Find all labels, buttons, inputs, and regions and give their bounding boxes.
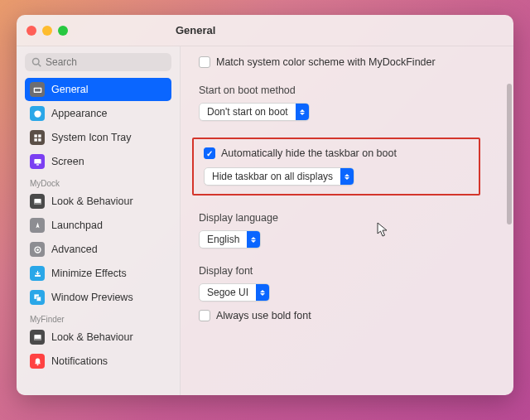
highlight-box: Automatically hide the taskbar on boot H…	[192, 138, 480, 196]
appearance-icon	[30, 106, 45, 121]
svg-point-20	[36, 364, 38, 365]
sidebar-nav: GeneralAppearanceSystem Icon TrayScreenM…	[25, 78, 171, 374]
auto-hide-label: Automatically hide the taskbar on boot	[221, 147, 397, 159]
svg-rect-3	[35, 89, 41, 91]
sidebar-item-minimize-effects[interactable]: Minimize Effects	[25, 262, 171, 285]
svg-rect-17	[36, 297, 41, 302]
section-color-scheme: Match system color scheme with MyDockFin…	[199, 56, 505, 68]
sidebar-item-label: Notifications	[51, 355, 108, 367]
windows-icon	[30, 290, 45, 305]
sidebar-item-system-icon-tray[interactable]: System Icon Tray	[25, 126, 171, 149]
auto-hide-checkbox[interactable]	[204, 147, 215, 159]
gear-icon	[30, 82, 45, 97]
sidebar-group-label: MyDock	[25, 174, 171, 190]
display-language-label: Display language	[199, 212, 505, 224]
minimize-button[interactable]	[42, 26, 52, 36]
search-input[interactable]	[46, 56, 165, 68]
sidebar-item-label: Look & Behaviour	[51, 331, 133, 343]
search-icon	[31, 57, 41, 67]
sidebar-item-label: Minimize Effects	[51, 268, 127, 279]
svg-rect-12	[34, 202, 41, 204]
screen-icon	[30, 154, 45, 169]
auto-hide-mode-select[interactable]: Hide taskbar on all displays	[204, 167, 354, 186]
bell-icon	[30, 354, 45, 369]
display-font-value: Segoe UI	[207, 287, 248, 298]
svg-rect-8	[38, 138, 41, 141]
window-title: General	[176, 24, 215, 36]
match-color-scheme-checkbox[interactable]	[199, 56, 210, 68]
sidebar-item-look-behaviour[interactable]: Look & Behaviour	[25, 190, 171, 213]
scrollbar[interactable]	[507, 84, 512, 224]
preferences-window: General GeneralAppearanceSystem Icon Tra…	[17, 15, 513, 395]
sidebar-item-look-behaviour[interactable]: Look & Behaviour	[25, 326, 171, 349]
svg-rect-15	[35, 274, 41, 276]
section-display-language: Display language English	[199, 212, 505, 249]
svg-line-1	[38, 64, 41, 66]
bold-font-label: Always use bold font	[216, 310, 311, 321]
svg-rect-19	[34, 338, 41, 340]
svg-rect-9	[34, 159, 41, 164]
boot-method-value: Don't start on boot	[207, 106, 288, 118]
sidebar: GeneralAppearanceSystem Icon TrayScreenM…	[17, 46, 181, 395]
svg-point-4	[34, 110, 41, 117]
gear2-icon	[30, 242, 45, 257]
launchpad-icon	[30, 218, 45, 233]
sidebar-item-label: Window Previews	[51, 292, 133, 303]
auto-hide-mode-value: Hide taskbar on all displays	[212, 171, 333, 182]
svg-rect-7	[34, 138, 36, 141]
svg-point-14	[36, 249, 39, 251]
sidebar-item-general[interactable]: General	[25, 78, 171, 101]
svg-rect-5	[34, 134, 36, 137]
bold-font-row[interactable]: Always use bold font	[199, 310, 505, 321]
sidebar-item-appearance[interactable]: Appearance	[25, 102, 171, 125]
sidebar-item-label: Look & Behaviour	[51, 196, 133, 207]
display-language-select[interactable]: English	[199, 230, 261, 249]
chevron-updown-icon	[256, 284, 269, 301]
sidebar-item-label: System Icon Tray	[51, 132, 132, 143]
display-font-label: Display font	[199, 265, 505, 277]
chevron-updown-icon	[340, 168, 354, 185]
auto-hide-row[interactable]: Automatically hide the taskbar on boot	[204, 147, 469, 159]
sidebar-item-label: General	[51, 84, 88, 95]
bold-font-checkbox[interactable]	[199, 310, 210, 321]
dock-icon	[30, 330, 45, 345]
sidebar-item-window-previews[interactable]: Window Previews	[25, 286, 171, 309]
boot-method-select[interactable]: Don't start on boot	[199, 103, 310, 121]
display-language-value: English	[207, 234, 239, 245]
grid-icon	[30, 130, 45, 145]
main-panel: Match system color scheme with MyDockFin…	[181, 46, 513, 395]
sidebar-group-label: MyFinder	[25, 310, 171, 326]
sidebar-item-label: Advanced	[51, 244, 98, 255]
sidebar-item-label: Screen	[51, 156, 84, 167]
dock-icon	[30, 194, 45, 209]
svg-rect-6	[38, 134, 41, 137]
zoom-button[interactable]	[58, 26, 68, 36]
section-boot-method: Start on boot method Don't start on boot	[199, 84, 505, 121]
close-button[interactable]	[26, 26, 36, 36]
svg-point-0	[33, 59, 40, 65]
chevron-updown-icon	[296, 104, 309, 120]
sidebar-item-launchpad[interactable]: Launchpad	[25, 214, 171, 237]
sidebar-item-screen[interactable]: Screen	[25, 150, 171, 173]
svg-rect-10	[36, 164, 39, 165]
minimize-icon	[30, 266, 45, 281]
sidebar-item-notifications[interactable]: Notifications	[25, 350, 171, 373]
titlebar: General	[17, 15, 513, 46]
match-color-scheme-label: Match system color scheme with MyDockFin…	[216, 56, 436, 68]
content-area: GeneralAppearanceSystem Icon TrayScreenM…	[17, 46, 513, 395]
section-display-font: Display font Segoe UI Always use bold fo…	[199, 265, 505, 321]
sidebar-item-advanced[interactable]: Advanced	[25, 238, 171, 261]
display-font-select[interactable]: Segoe UI	[199, 283, 270, 302]
match-color-scheme-row[interactable]: Match system color scheme with MyDockFin…	[199, 56, 505, 68]
sidebar-item-label: Launchpad	[51, 220, 103, 231]
traffic-lights	[26, 26, 176, 36]
section-auto-hide: Automatically hide the taskbar on boot H…	[199, 138, 505, 196]
chevron-updown-icon	[247, 231, 260, 248]
sidebar-item-label: Appearance	[51, 108, 107, 119]
search-field[interactable]	[25, 53, 171, 71]
boot-method-label: Start on boot method	[199, 84, 505, 96]
